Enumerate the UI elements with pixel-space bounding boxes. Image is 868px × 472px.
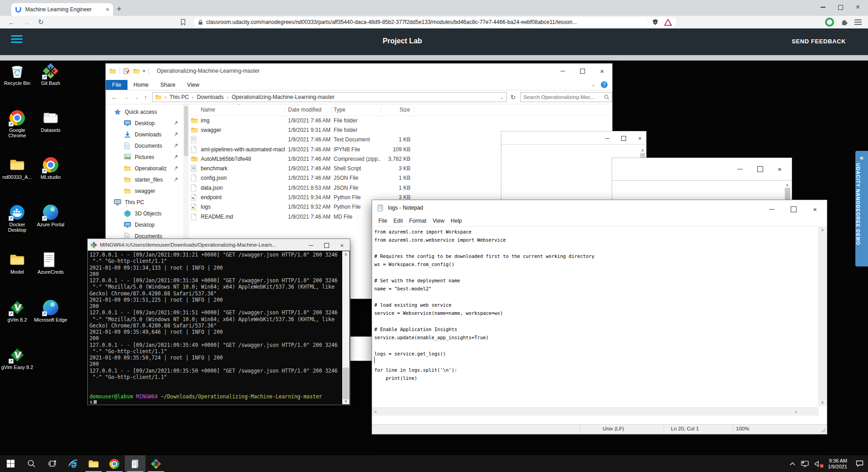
bg2-close-button[interactable]: × [778, 166, 782, 173]
file-row-img[interactable]: img1/9/2021 7:46 AMFile folder [190, 116, 612, 125]
help-icon[interactable]: ? [601, 81, 608, 88]
sidebar-item-this-pc[interactable]: This PC [106, 196, 183, 208]
scroll-right-icon[interactable]: > [795, 410, 797, 414]
notepad-close-button[interactable]: × [813, 206, 817, 213]
column-name[interactable]: Name [190, 107, 285, 113]
notepad-text-area[interactable]: from azureml.core import Workspacefrom a… [372, 226, 819, 406]
desktop-icon-git-bash[interactable]: Git Bash [33, 63, 68, 86]
menu-view[interactable]: View [433, 218, 444, 224]
notepad-vertical-scrollbar[interactable]: ∧ ∨ [818, 226, 827, 406]
scroll-down-icon[interactable]: ∨ [342, 399, 349, 403]
background-window-2-title-bar[interactable]: × [612, 158, 792, 181]
nav-up-icon[interactable]: ↑ [144, 93, 147, 101]
nav-back-icon[interactable]: ← [111, 93, 118, 101]
udacity-menu-icon[interactable] [11, 33, 23, 45]
sidebar-item-3d-objects[interactable]: 3D Objects [106, 208, 183, 219]
terminal-scrollbar-thumb[interactable] [343, 368, 349, 399]
sidebar-item-operationaliz[interactable]: Operationaliz [106, 163, 183, 174]
url-text[interactable]: classroom.udacity.com/nanodegrees/nd0033… [206, 19, 577, 25]
taskbar-notepad-button[interactable] [125, 455, 146, 472]
qat-customize-icon[interactable]: ▾ [143, 69, 145, 73]
menu-file[interactable]: File [378, 218, 387, 224]
menu-help[interactable]: Help [451, 218, 462, 224]
address-dropdown-icon[interactable]: ⌄ [500, 95, 506, 100]
menu-edit[interactable]: Edit [393, 218, 403, 224]
collapse-chevrons-icon[interactable]: « [855, 154, 868, 161]
bg2-scroll-up-icon[interactable]: ∧ [786, 182, 789, 187]
explorer-minimize-button[interactable] [561, 71, 565, 72]
profile-ring-icon[interactable] [825, 18, 834, 27]
resize-grip[interactable] [821, 428, 826, 433]
menu-icon[interactable] [854, 19, 862, 25]
terminal-scrollbar[interactable]: ∧ ∨ [342, 251, 349, 404]
desktop-icon-mlstudio[interactable]: MLstudio [33, 157, 68, 180]
terminal-maximize-button[interactable] [324, 243, 329, 248]
sidebar-item-quick-access[interactable]: Quick access [106, 106, 183, 117]
new-folder-icon[interactable] [133, 68, 140, 75]
bg1-maximize-button[interactable] [621, 136, 626, 141]
desktop-icon-microsoft-edge[interactable]: Microsoft Edge [33, 300, 68, 322]
terminal-title-bar[interactable]: MINGW64:/c/Users/demouser/Downloads/Oper… [88, 239, 350, 251]
scroll-up-icon[interactable]: ∧ [342, 252, 349, 257]
taskbar-chrome-button[interactable] [104, 455, 125, 472]
browser-close-button[interactable]: × [856, 4, 860, 11]
bg1-minimize-button[interactable] [605, 138, 609, 139]
extensions-puzzle-icon[interactable] [840, 19, 848, 26]
terminal-close-button[interactable]: × [340, 243, 344, 248]
terminal-input-line[interactable]: $ [90, 400, 342, 404]
terminal-minimize-button[interactable] [309, 245, 313, 246]
desktop-icon-azurecreds[interactable]: AzureCreds [33, 252, 68, 275]
volume-muted-icon[interactable]: × [815, 461, 822, 467]
tray-expand-icon[interactable] [790, 462, 795, 466]
new-tab-button[interactable]: + [117, 5, 122, 14]
sidebar-item-downloads[interactable]: Downloads [106, 129, 183, 140]
ribbon-tab-view[interactable]: View [181, 80, 205, 90]
desktop-icon-model[interactable]: Model [0, 252, 34, 275]
sidebar-item-pictures[interactable]: Pictures [106, 151, 183, 163]
desktop-icon-gvim-easy-8-2[interactable]: gVim Easy 8.2 [0, 347, 34, 370]
desktop-icon-azure-portal[interactable]: Azure Portal [33, 205, 68, 227]
taskbar-search-button[interactable] [21, 455, 42, 472]
notepad-minimize-button[interactable] [769, 209, 774, 210]
ribbon-tab-home[interactable]: Home [127, 80, 154, 90]
desktop-icon-datasets[interactable]: Datasets [33, 110, 68, 133]
sidebar-item-swagger[interactable]: swagger [106, 185, 183, 196]
column-size[interactable]: Size [381, 107, 414, 113]
url-bar[interactable]: classroom.udacity.com/nanodegrees/nd0033… [193, 17, 676, 27]
clock[interactable]: 9:36 AM 1/9/2021 [828, 458, 847, 470]
explorer-close-button[interactable]: × [600, 68, 604, 75]
scroll-left-icon[interactable]: < [374, 410, 377, 414]
scroll-down-icon[interactable]: ∨ [821, 400, 824, 405]
desktop-icon-recycle-bin[interactable]: Recycle Bin [0, 63, 34, 86]
taskbar-internet-explorer-button[interactable] [62, 455, 83, 472]
notepad-title-bar[interactable]: logs - Notepad × [372, 200, 827, 215]
browser-restore-button[interactable] [838, 5, 843, 10]
ribbon-expand-icon[interactable]: ⌄ [592, 82, 595, 87]
search-input[interactable]: Search Operationalizing-Mac... [520, 92, 612, 102]
taskbar-start-button[interactable] [0, 455, 21, 472]
nav-history-icon[interactable]: ⌄ [135, 95, 138, 100]
notepad-horizontal-scrollbar[interactable]: < > [372, 407, 819, 416]
taskbar-task-view-button[interactable] [42, 455, 62, 472]
sidebar-item-desktop[interactable]: Desktop [106, 219, 183, 230]
back-button[interactable]: ← [8, 19, 15, 26]
terminal-output[interactable]: 127.0.0.1 - - [09/Jan/2021:09:31:21 +000… [90, 252, 342, 404]
refresh-icon[interactable]: ↻ [510, 93, 516, 101]
breadcrumb-folder[interactable]: Operationalizing-Machine-Learning-master [231, 94, 334, 100]
tab-close-icon[interactable]: × [106, 6, 109, 13]
desktop-icon-gvim-8-2[interactable]: gVim 8.2 [0, 300, 34, 322]
bg2-maximize-button[interactable] [757, 166, 763, 172]
bookmark-icon[interactable] [180, 19, 186, 26]
bg2-minimize-button[interactable] [737, 169, 743, 170]
send-feedback-button[interactable]: SEND FEEDBACK [792, 38, 846, 45]
address-field[interactable]: › This PC › Downloads › Operationalizing… [152, 92, 507, 102]
desktop-icon-nd00333-a-[interactable]: nd00333_A... [0, 157, 34, 180]
bg1-close-button[interactable]: × [638, 136, 642, 141]
brave-shield-icon[interactable] [652, 19, 659, 26]
bg2-scrollbar-thumb[interactable] [785, 188, 790, 201]
menu-format[interactable]: Format [409, 218, 426, 224]
reload-button[interactable]: ↻ [38, 18, 44, 26]
breadcrumb-this-pc[interactable]: This PC [170, 94, 189, 100]
ribbon-tab-file[interactable]: File [106, 80, 127, 90]
action-center-icon[interactable] [856, 460, 863, 467]
